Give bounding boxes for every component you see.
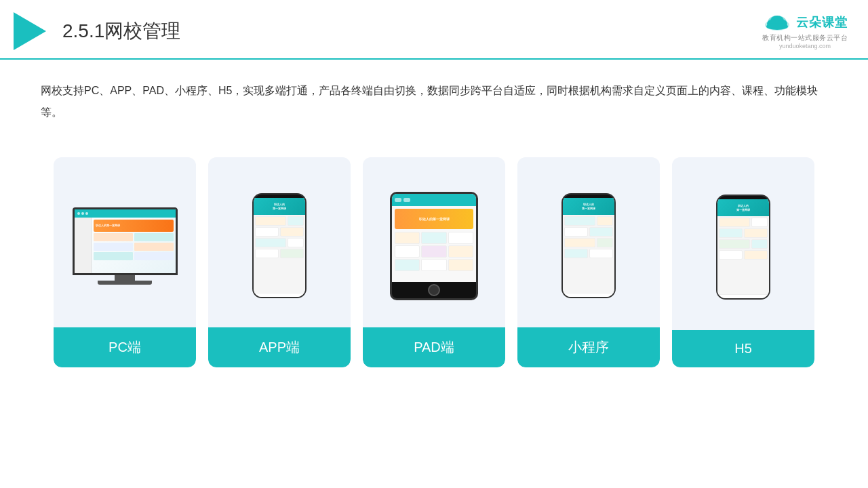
card-pc-label: PC端 xyxy=(54,327,196,367)
card-miniprogram-label: 小程序 xyxy=(517,327,660,367)
top-right-logo: 云朵课堂 教育机构一站式服务云平台 yunduoketang.com xyxy=(762,13,848,49)
logo-brand-text: 云朵课堂 xyxy=(796,14,848,30)
cloud-logo: 云朵课堂 xyxy=(762,13,848,32)
app-phone-mockup: 职达人的第一堂网课 xyxy=(252,193,307,298)
card-pad-image: 职达人的第一堂网课 xyxy=(363,157,505,327)
cards-container: 职达人的第一堂网课 xyxy=(0,137,868,388)
description-text: 网校支持PC、APP、PAD、小程序、H5，实现多端打通，产品各终端自由切换，数… xyxy=(0,60,868,130)
header-left: 2.5.1网校管理 xyxy=(14,12,180,50)
header: 2.5.1网校管理 云朵课堂 教育机构一站式服务云平台 yunduoketang… xyxy=(0,0,868,60)
card-pc: 职达人的第一堂网课 xyxy=(54,157,196,367)
card-app-label: APP端 xyxy=(208,327,351,367)
card-h5-image: 职达人的第一堂网课 xyxy=(672,157,814,330)
logo-tagline: 教育机构一站式服务云平台 xyxy=(762,33,848,43)
card-miniprogram: 职达人的第一堂网课 xyxy=(517,157,660,367)
card-miniprogram-image: 职达人的第一堂网课 xyxy=(517,157,660,327)
brand-triangle-icon xyxy=(14,12,46,50)
logo-domain: yunduoketang.com xyxy=(779,43,831,49)
card-app-image: 职达人的第一堂网课 xyxy=(208,157,351,327)
page-title: 2.5.1网校管理 xyxy=(62,18,180,44)
card-app: 职达人的第一堂网课 xyxy=(208,157,351,367)
card-pc-image: 职达人的第一堂网课 xyxy=(54,157,196,327)
pad-tablet-mockup: 职达人的第一堂网课 xyxy=(390,192,478,300)
pc-screen: 职达人的第一堂网课 xyxy=(73,207,178,275)
cloud-icon xyxy=(762,13,792,32)
miniprogram-phone-mockup: 职达人的第一堂网课 xyxy=(561,193,616,298)
pc-mockup: 职达人的第一堂网课 xyxy=(73,207,178,285)
card-pad: 职达人的第一堂网课 xyxy=(363,157,505,367)
svg-point-5 xyxy=(766,23,788,30)
card-pad-label: PAD端 xyxy=(363,327,505,367)
h5-phone-mockup: 职达人的第一堂网课 xyxy=(716,195,770,300)
card-h5-label: H5 xyxy=(672,330,814,367)
card-h5: 职达人的第一堂网课 xyxy=(672,157,814,367)
